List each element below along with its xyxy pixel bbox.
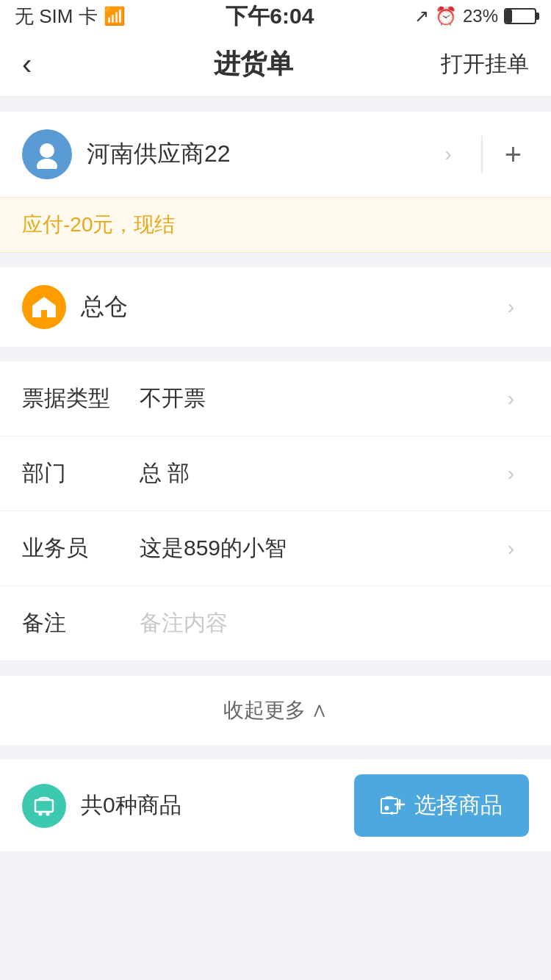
remark-input[interactable]: 备注内容 [118, 608, 529, 638]
invoice-type-label: 票据类型 [22, 383, 118, 414]
house-icon [31, 294, 57, 320]
svg-point-6 [385, 806, 389, 810]
department-row[interactable]: 部门 总 部 › [0, 436, 551, 511]
background-filler [0, 851, 551, 980]
supplier-chevron-icon: › [444, 143, 451, 166]
battery-percentage: 23% [463, 6, 498, 26]
user-icon [32, 140, 62, 169]
cart-icon [31, 793, 57, 819]
warehouse-icon [22, 285, 66, 329]
svg-point-3 [39, 812, 43, 815]
section-gap-1 [0, 97, 551, 112]
product-count-label: 共0种商品 [81, 790, 354, 821]
salesperson-label: 业务员 [22, 533, 118, 563]
location-icon: ↗ [414, 6, 429, 26]
info-banner: 应付-20元，现结 [0, 197, 551, 253]
supplier-row[interactable]: 河南供应商22 › + [0, 112, 551, 197]
svg-point-7 [391, 812, 394, 815]
warehouse-name: 总仓 [81, 291, 508, 323]
alarm-icon: ⏰ [435, 6, 457, 26]
department-label: 部门 [22, 458, 118, 489]
collapse-row[interactable]: 收起更多 ∧ [0, 675, 551, 745]
remark-label: 备注 [22, 608, 118, 638]
invoice-type-value: 不开票 [118, 383, 508, 414]
back-button[interactable]: ‹ [22, 48, 66, 81]
salesperson-value: 这是859的小智 [118, 533, 508, 563]
open-pending-button[interactable]: 打开挂单 [441, 49, 529, 79]
status-bar: 无 SIM 卡 📶 下午6:04 ↗ ⏰ 23% [0, 0, 551, 32]
status-right: ↗ ⏰ 23% [414, 6, 536, 26]
invoice-type-chevron-icon: › [508, 387, 514, 411]
collapse-label: 收起更多 ∧ [223, 699, 328, 721]
form-section: 票据类型 不开票 › 部门 总 部 › 业务员 这是859的小智 › 备注 备注… [0, 361, 551, 660]
warehouse-chevron-icon: › [508, 295, 514, 319]
invoice-type-row[interactable]: 票据类型 不开票 › [0, 361, 551, 436]
svg-point-4 [46, 812, 50, 815]
supplier-divider [481, 136, 483, 173]
svg-point-1 [37, 159, 57, 169]
bottom-bar: 共0种商品 选择商品 [0, 760, 551, 851]
select-product-label: 选择商品 [414, 790, 503, 821]
supplier-avatar [22, 129, 72, 179]
svg-point-0 [40, 143, 54, 158]
page-title: 进货单 [214, 46, 293, 82]
svg-rect-5 [381, 799, 397, 813]
salesperson-chevron-icon: › [508, 537, 514, 561]
supplier-name: 河南供应商22 [87, 138, 444, 170]
remark-row[interactable]: 备注 备注内容 [0, 586, 551, 660]
salesperson-row[interactable]: 业务员 这是859的小智 › [0, 511, 551, 586]
product-cart-icon [22, 784, 66, 828]
battery-icon [504, 8, 536, 24]
svg-rect-2 [35, 800, 53, 812]
status-time: 下午6:04 [226, 1, 314, 32]
department-value: 总 部 [118, 458, 508, 489]
warehouse-card: 总仓 › [0, 267, 551, 347]
wifi-icon: 📶 [104, 6, 126, 26]
status-left: 无 SIM 卡 📶 [15, 4, 126, 29]
add-supplier-button[interactable]: + [497, 138, 529, 171]
supplier-card: 河南供应商22 › + 应付-20元，现结 [0, 112, 551, 253]
warehouse-row[interactable]: 总仓 › [0, 267, 551, 347]
nav-bar: ‹ 进货单 打开挂单 [0, 32, 551, 97]
select-product-icon [381, 796, 406, 816]
select-product-button[interactable]: 选择商品 [354, 774, 529, 837]
carrier-label: 无 SIM 卡 [15, 4, 98, 29]
department-chevron-icon: › [508, 462, 514, 486]
